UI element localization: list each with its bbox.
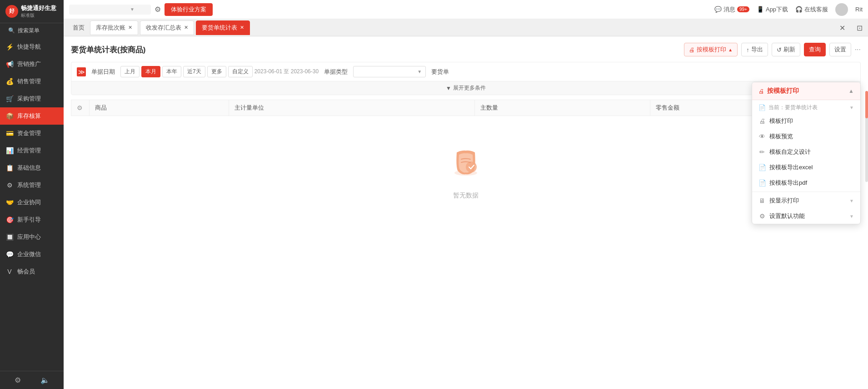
query-button[interactable]: 查询 — [804, 43, 826, 56]
tab-order[interactable]: 要货单统计表 ✕ — [196, 20, 250, 35]
topbar-search[interactable]: ▼ — [69, 5, 151, 15]
dropdown-up-icon[interactable]: ▲ — [848, 88, 854, 94]
sidebar-item-system[interactable]: ⚙ 系统管理 — [0, 177, 64, 194]
page-actions: 🖨 按模板打印 ▲ ↑ 导出 ↺ 刷新 查询 — [684, 43, 861, 56]
right-scrollbar[interactable] — [865, 91, 868, 182]
dropdown-menu: 🖨 按模板打印 ▲ 📄 当前：要货单统计表 ▼ 🖨 模板打印 👁 — [752, 82, 861, 224]
display-print-icon: 🖥 — [758, 197, 766, 204]
current-doc-icon: 📄 — [758, 104, 766, 111]
sidebar-search[interactable]: 🔍 搜索菜单 — [0, 23, 64, 38]
content-inner: 要货单统计表(按商品) 🖨 按模板打印 ▲ ↑ 导出 ↺ 刷新 — [64, 36, 868, 389]
topbar-gear-icon[interactable]: ⚙ — [155, 5, 161, 14]
sidebar-item-wechat[interactable]: 💬 企业微信 — [0, 246, 64, 263]
search-icon: 🔍 — [8, 27, 15, 34]
settings-button[interactable]: 设置 — [829, 43, 851, 56]
scrollbar-thumb — [865, 91, 868, 118]
table-head: ⚙ 商品 主计量单位 主数量 零售金额 — [71, 100, 861, 116]
volume-icon[interactable]: 🔈 — [40, 376, 50, 384]
more-icon[interactable]: ··· — [855, 45, 861, 54]
order-type-value — [357, 68, 415, 75]
col-unit: 主计量单位 — [229, 100, 475, 116]
filter-toggle-button[interactable]: ≫ — [77, 67, 86, 76]
window-controls: ✕ ⊡ — [833, 19, 868, 36]
sidebar-item-marketing[interactable]: 📢 营销推广 — [0, 56, 64, 73]
sidebar-item-purchase[interactable]: 🛒 采购管理 — [0, 90, 64, 107]
sidebar-item-operation[interactable]: 📊 经营管理 — [0, 142, 64, 159]
expand-more-button[interactable]: ▼ 展开更多条件 — [71, 81, 860, 95]
date-current-month[interactable]: 本月 — [141, 66, 160, 77]
app-download-item[interactable]: 📱 App下载 — [757, 5, 788, 14]
message-icon: 💬 — [714, 6, 722, 13]
data-table: ⚙ 商品 主计量单位 主数量 零售金额 — [71, 100, 861, 116]
sidebar-item-operation-label: 经营管理 — [17, 147, 41, 155]
sidebar-item-guide-label: 新手引导 — [17, 216, 41, 224]
sidebar-item-purchase-label: 采购管理 — [17, 95, 41, 103]
dropdown-set-default[interactable]: ⚙ 设置默认功能 ▼ — [752, 208, 860, 224]
tab-home[interactable]: 首页 — [69, 21, 88, 35]
date-current-year[interactable]: 本年 — [162, 66, 181, 77]
sidebar-item-sales-label: 销售管理 — [17, 77, 41, 86]
order-type-arrow-icon: ▼ — [417, 69, 422, 74]
user-avatar[interactable] — [835, 3, 848, 16]
sidebar-item-member[interactable]: V 畅会员 — [0, 263, 64, 280]
tab-order-close[interactable]: ✕ — [240, 25, 244, 30]
sidebar-item-inventory[interactable]: 📦 库存核算 — [0, 107, 64, 125]
date-last-7days[interactable]: 近7天 — [183, 66, 205, 77]
sidebar-item-appstore[interactable]: 🔲 应用中心 — [0, 228, 64, 246]
export-button[interactable]: ↑ 导出 — [741, 43, 768, 56]
set-default-arrow-icon: ▼ — [849, 214, 854, 219]
close-window-button[interactable]: ✕ — [833, 19, 851, 36]
order-type-label: 单据类型 — [324, 68, 348, 76]
sidebar-item-collab-label: 企业协同 — [17, 198, 41, 207]
dropdown-current-arrow: ▼ — [849, 105, 854, 110]
messages-item[interactable]: 💬 消息 99+ — [714, 5, 749, 14]
dropdown-template-print[interactable]: 🖨 模板打印 — [752, 113, 860, 129]
trial-button[interactable]: 体验行业方案 — [165, 3, 213, 16]
dropdown-divider-1 — [752, 192, 860, 192]
tab-batch-close[interactable]: ✕ — [128, 25, 132, 30]
sidebar-item-sales[interactable]: 💰 销售管理 — [0, 73, 64, 90]
sidebar-logo: 好 畅捷通好生意 标准版 — [0, 0, 64, 23]
filter-bar: ≫ 单据日期 上月 本月 本年 近7天 — [71, 62, 861, 95]
username-label: Rit — [855, 6, 863, 13]
table-settings-icon[interactable]: ⚙ — [77, 104, 83, 111]
tab-collection-close[interactable]: ✕ — [184, 25, 188, 30]
template-excel-icon: 📄 — [758, 164, 766, 171]
page-header: 要货单统计表(按商品) 🖨 按模板打印 ▲ ↑ 导出 ↺ 刷新 — [71, 43, 861, 56]
settings-icon[interactable]: ⚙ — [15, 376, 21, 384]
sidebar-item-shortcut[interactable]: ⚡ 快捷导航 — [0, 38, 64, 56]
expand-window-button[interactable]: ⊡ — [851, 19, 868, 36]
order-type-select[interactable]: ▼ — [353, 66, 426, 77]
dropdown-header-title: 按模板打印 — [767, 87, 799, 95]
svg-point-1 — [466, 162, 477, 172]
date-last-month[interactable]: 上月 — [120, 66, 140, 77]
dropdown-template-pdf[interactable]: 📄 按模板导出pdf — [752, 175, 860, 191]
dropdown-current-section: 📄 当前：要货单统计表 ▼ — [752, 100, 860, 113]
search-input[interactable] — [74, 6, 128, 13]
online-service-item[interactable]: 🎧 在线客服 — [795, 5, 828, 14]
logo-text: 畅捷通好生意 标准版 — [21, 5, 56, 18]
refresh-button[interactable]: ↺ 刷新 — [772, 43, 800, 56]
date-range-text: 2023-06-01 至 2023-06-30 — [254, 68, 319, 76]
sidebar-item-guide[interactable]: 🎯 新手引导 — [0, 211, 64, 228]
headset-icon: 🎧 — [795, 6, 803, 13]
filter-row-main: ≫ 单据日期 上月 本月 本年 近7天 — [71, 62, 860, 81]
empty-state: 暂无数据 — [71, 116, 861, 227]
sidebar-nav: ⚡ 快捷导航 📢 营销推广 💰 销售管理 🛒 采购管理 📦 库存核算 💳 资金管… — [0, 38, 64, 371]
tab-batch[interactable]: 库存批次账 ✕ — [90, 20, 138, 35]
dropdown-template-preview[interactable]: 👁 模板预览 — [752, 129, 860, 144]
dropdown-template-design[interactable]: ✏ 模板自定义设计 — [752, 144, 860, 160]
tabs-bar: 首页 库存批次账 ✕ 收发存汇总表 ✕ 要货单统计表 ✕ ✕ ⊡ — [64, 19, 868, 36]
sidebar-item-collab[interactable]: 🤝 企业协同 — [0, 194, 64, 211]
dropdown-template-excel[interactable]: 📄 按模板导出excel — [752, 160, 860, 175]
sidebar-item-basic[interactable]: 📋 基础信息 — [0, 159, 64, 177]
dropdown-display-print[interactable]: 🖥 按显示打印 ▼ — [752, 193, 860, 208]
operation-icon: 📊 — [5, 147, 14, 155]
appstore-icon: 🔲 — [5, 233, 14, 241]
date-custom[interactable]: 自定义 — [228, 66, 253, 77]
tab-collection[interactable]: 收发存汇总表 ✕ — [140, 20, 194, 35]
date-more[interactable]: 更多 — [207, 66, 226, 77]
sidebar-item-finance[interactable]: 💳 资金管理 — [0, 125, 64, 142]
dropdown-printer-icon: 🖨 — [758, 88, 764, 95]
print-button[interactable]: 🖨 按模板打印 ▲ — [684, 43, 738, 56]
